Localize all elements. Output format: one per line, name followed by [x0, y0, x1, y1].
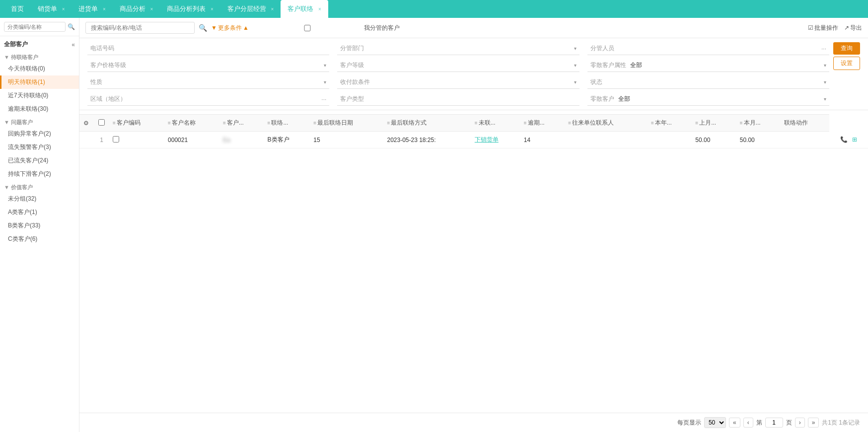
table-area: ⚙ ≡客户编码 ≡客户名称 ≡客户... ≡联络... ≡最后联络日期 ≡最后联…: [79, 110, 868, 413]
search-icon[interactable]: 🔍: [199, 24, 207, 32]
filter-action-btns: 查询 设置: [833, 42, 860, 106]
sidebar-item-declining[interactable]: 持续下滑客户(2): [0, 167, 79, 181]
filter-dept[interactable]: 分管部门 ▾: [337, 42, 579, 55]
code-column-header[interactable]: ≡客户编码: [109, 115, 164, 132]
close-customer-layer-icon[interactable]: ×: [271, 6, 274, 12]
set-button[interactable]: 设置: [833, 57, 860, 70]
filter-row-2: 客户价格等级 ▾ 客户等级 ▾ 零散客户属性 全部 ▾: [87, 59, 829, 72]
filter-status[interactable]: 状态 ▾: [587, 76, 829, 89]
sidebar-item-repurchase-abnormal[interactable]: 回购异常客户(2): [0, 127, 79, 141]
nav-goods-analysis-list[interactable]: 商品分析列表 ×: [160, 0, 220, 18]
all-customers-header[interactable]: 全部客户 «: [0, 36, 79, 51]
close-goods-list-icon[interactable]: ×: [211, 6, 214, 12]
sidebar-item-overdue-contact[interactable]: 逾期未联络(30): [0, 102, 79, 116]
chevron-down-icon: ▾: [574, 46, 577, 51]
row-settings: [79, 132, 94, 148]
filter-scatter-attr[interactable]: 零散客户属性 全部 ▾: [587, 59, 829, 72]
row-code: 000021: [164, 132, 219, 148]
sidebar-item-type-c[interactable]: C类客户(6): [0, 232, 79, 246]
sidebar-item-tomorrow-contact[interactable]: 明天待联络(1): [0, 75, 79, 89]
row-checkbox[interactable]: [109, 132, 164, 148]
contact-person-column-header[interactable]: ≡往来单位联系人: [564, 115, 647, 132]
sidebar-item-week-contact[interactable]: 近7天待联络(0): [0, 89, 79, 102]
row-select-checkbox[interactable]: [113, 136, 119, 143]
sidebar-item-type-b[interactable]: B类客户(33): [0, 219, 79, 232]
row-action[interactable]: 📞 ⊞: [829, 132, 868, 148]
filter-customer-type[interactable]: 客户类型: [337, 93, 579, 106]
close-sales-icon[interactable]: ×: [62, 6, 65, 12]
row-contact-person: [647, 132, 691, 148]
top-nav: 首页 销货单 × 进货单 × 商品分析 × 商品分析列表 × 客户分层经营 × …: [0, 0, 868, 18]
export-btn[interactable]: ↗ 导出: [844, 24, 862, 32]
query-button[interactable]: 查询: [833, 42, 860, 55]
checkbox-column-header[interactable]: [94, 115, 109, 132]
name-column-header[interactable]: ≡客户名称: [164, 115, 219, 132]
page-size-select[interactable]: 50: [704, 417, 726, 428]
more-conditions-btn[interactable]: ▼ 更多条件 ▲: [211, 24, 249, 32]
row-type: B类客户: [264, 132, 310, 148]
filter-nature[interactable]: 性质 ▾: [87, 76, 329, 89]
my-customers-check[interactable]: [253, 25, 362, 31]
last-page-btn[interactable]: »: [808, 418, 819, 428]
filter-person[interactable]: 分管人员 ···: [587, 42, 829, 55]
close-customer-contact-icon[interactable]: ×: [318, 6, 321, 12]
filter-region[interactable]: 区域（地区） ···: [87, 93, 329, 106]
next-page-btn[interactable]: ›: [795, 418, 805, 428]
row-current-month: [780, 132, 829, 148]
row-last-month: 50.00: [736, 132, 780, 148]
sidebar-item-ungrouped[interactable]: 未分组(32): [0, 192, 79, 206]
batch-op-btn[interactable]: ☑ 批量操作: [808, 24, 838, 32]
filter-row-3: 性质 ▾ 收付款条件 ▾ 状态 ▾: [87, 76, 829, 89]
close-purchase-icon[interactable]: ×: [103, 6, 106, 12]
filter-phone[interactable]: 电话号码: [87, 42, 329, 55]
prev-page-btn[interactable]: ‹: [743, 418, 753, 428]
last-month-column-header[interactable]: ≡上月...: [691, 115, 735, 132]
current-year-column-header[interactable]: ≡本年...: [647, 115, 691, 132]
sidebar-item-today-contact[interactable]: 今天待联络(0): [0, 62, 79, 75]
filter-scatter-customer[interactable]: 零散客户 全部 ▾: [587, 93, 829, 106]
nav-goods-analysis[interactable]: 商品分析 ×: [113, 0, 160, 18]
action-grid-icon[interactable]: ⊞: [852, 136, 857, 143]
filter-payment[interactable]: 收付款条件 ▾: [337, 76, 579, 89]
filter-price-level[interactable]: 客户价格等级 ▾: [87, 59, 329, 72]
chevron-down-icon5: ▾: [324, 79, 326, 85]
sidebar-search-icon[interactable]: 🔍: [68, 23, 75, 30]
page-size-label: 每页显示: [677, 419, 701, 427]
select-all-checkbox[interactable]: [98, 119, 105, 126]
chevron-down-icon3: ▾: [574, 63, 577, 68]
row-contact-count: 15: [309, 132, 383, 148]
contact-count-column-header[interactable]: ≡联络...: [264, 115, 310, 132]
nav-customer-contact[interactable]: 客户联络 ×: [281, 0, 328, 18]
problem-customers-group: ▼ 问题客户: [0, 116, 79, 127]
overdue-column-header[interactable]: ≡逾期...: [520, 115, 564, 132]
action-phone-icon[interactable]: 📞: [840, 136, 848, 143]
nav-customer-layer[interactable]: 客户分层经营 ×: [220, 0, 281, 18]
nav-purchase[interactable]: 进货单 ×: [72, 0, 112, 18]
filter-customer-level[interactable]: 客户等级 ▾: [337, 59, 579, 72]
table-row: 1 000021 Ea B类客户 15 2023-05-23 18:25:: [79, 132, 868, 148]
no-contact-days-column-header[interactable]: ≡未联...: [471, 115, 520, 132]
settings-column-header[interactable]: ⚙: [79, 115, 94, 132]
my-customers-checkbox[interactable]: 我分管的客户: [253, 24, 400, 32]
chevron-down-icon4: ▾: [824, 63, 826, 68]
sidebar-item-churn-warning[interactable]: 流失预警客户(3): [0, 141, 79, 154]
search-input[interactable]: [85, 22, 195, 34]
sidebar-item-churned[interactable]: 已流失客户(24): [0, 154, 79, 167]
type-column-header[interactable]: ≡客户...: [219, 115, 263, 132]
nav-sales[interactable]: 销货单 ×: [31, 0, 72, 18]
row-last-contact-method[interactable]: 下销货单: [471, 132, 520, 148]
right-actions: ☑ 批量操作 ↗ 导出: [808, 24, 862, 32]
nav-home[interactable]: 首页: [4, 0, 31, 18]
all-customers-label: 全部客户: [4, 40, 28, 49]
close-goods-analysis-icon[interactable]: ×: [150, 6, 153, 12]
sidebar-search-input[interactable]: [4, 22, 66, 32]
first-page-btn[interactable]: «: [729, 418, 740, 428]
last-contact-date-column-header[interactable]: ≡最后联络日期: [309, 115, 383, 132]
collapse-icon[interactable]: «: [72, 41, 75, 48]
current-month-column-header[interactable]: ≡本月...: [736, 115, 780, 132]
sidebar-item-type-a[interactable]: A类客户(1): [0, 206, 79, 219]
page-input[interactable]: [765, 418, 783, 428]
chevron-down-icon6: ▾: [574, 79, 577, 85]
last-contact-method-column-header[interactable]: ≡最后联络方式: [383, 115, 470, 132]
page-label: 第: [756, 419, 762, 427]
